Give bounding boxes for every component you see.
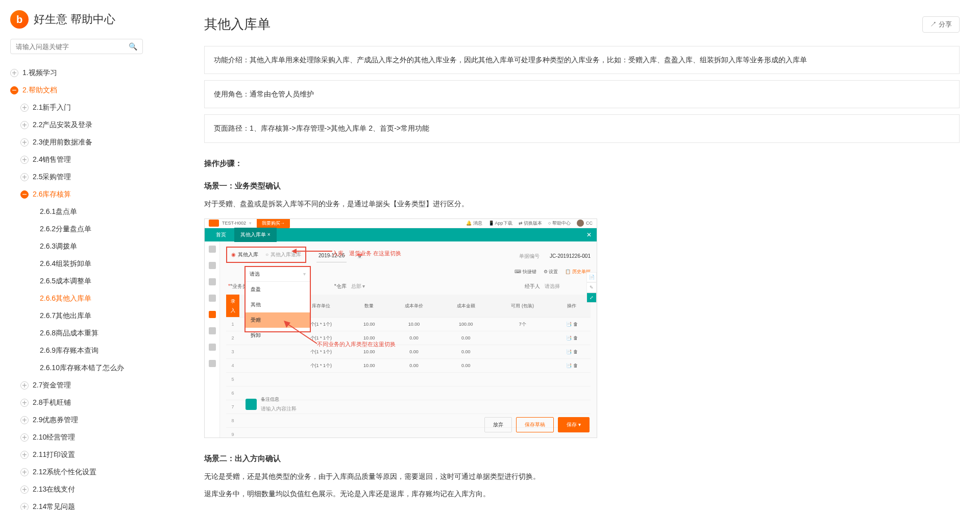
ss-top-msg: 🔔 消息 bbox=[466, 218, 482, 228]
plus-icon bbox=[20, 433, 29, 442]
nav-cost-adjust[interactable]: 2.6.5成本调整单 bbox=[10, 273, 153, 290]
sidebar: b 好生意 帮助中心 🔍 1.视频学习 2.帮助文档 2.1新手入门 2.2产品… bbox=[0, 0, 153, 510]
plus-icon bbox=[20, 451, 29, 459]
nav-install-login[interactable]: 2.2产品安装及登录 bbox=[10, 116, 153, 134]
nav-tree: 1.视频学习 2.帮助文档 2.1新手入门 2.2产品安装及登录 2.3使用前数… bbox=[10, 64, 153, 510]
ss-form: ◉其他入库 ○ 其他入库退库 2019-12-26 📅 单据编号 JC-2019… bbox=[220, 241, 597, 438]
ss-draft: 保存草稿 bbox=[516, 417, 554, 432]
close-icon: ✕ bbox=[586, 229, 592, 241]
nav-video-learning[interactable]: 1.视频学习 bbox=[10, 64, 153, 82]
nav-print[interactable]: 2.11打印设置 bbox=[10, 446, 153, 464]
intro-box: 功能介绍：其他入库单用来处理除采购入库、产成品入库之外的其他入库业务，因此其他入… bbox=[204, 46, 960, 74]
nav-finance[interactable]: 2.7资金管理 bbox=[10, 377, 153, 394]
share-button[interactable]: ↗ 分享 bbox=[922, 16, 960, 33]
scene1-heading: 场景一：业务类型确认 bbox=[204, 178, 960, 193]
plus-icon bbox=[20, 138, 29, 147]
article-body: 操作步骤： 场景一：业务类型确认 对于受赠、盘盈或是拆装入库等不同的业务，是通过… bbox=[204, 156, 960, 510]
nav-mobile-shop[interactable]: 2.8手机旺铺 bbox=[10, 394, 153, 411]
role-text: 通常由仓管人员维护 bbox=[250, 90, 314, 98]
nav-getting-started[interactable]: 2.1新手入门 bbox=[10, 99, 153, 116]
ss-quick: ⌨ 快捷键 bbox=[514, 267, 536, 276]
minus-icon bbox=[10, 86, 18, 94]
search-input[interactable] bbox=[16, 43, 129, 51]
logo-icon: b bbox=[10, 10, 29, 29]
annotation-2: 不同业务的入库类型在这里切换 bbox=[317, 338, 396, 350]
nav-help-docs[interactable]: 2.帮助文档 bbox=[10, 82, 153, 99]
rail-icon bbox=[209, 246, 216, 253]
plus-icon bbox=[20, 121, 29, 129]
nav-payment[interactable]: 2.13在线支付 bbox=[10, 481, 153, 498]
embedded-screenshot: TEST-H002 ▾ 我要购买→ 🔔 消息 📱 App下载 ⇄ 切换版本 ○ … bbox=[204, 218, 597, 438]
ss-setting: ⚙ 设置 bbox=[544, 267, 558, 276]
plus-icon bbox=[20, 503, 29, 510]
path-label: 页面路径： bbox=[214, 124, 250, 132]
note-icon bbox=[246, 399, 257, 410]
ss-username: CC bbox=[586, 218, 593, 228]
nav-stock-ledger[interactable]: 2.6.9库存账本查询 bbox=[10, 342, 153, 359]
nav-data-prep[interactable]: 2.3使用前数据准备 bbox=[10, 134, 153, 151]
plus-icon bbox=[20, 399, 29, 407]
nav-partial-check[interactable]: 2.6.2分量盘点单 bbox=[10, 221, 153, 238]
rail-icon bbox=[209, 344, 216, 351]
nav-faq[interactable]: 2.14常见问题 bbox=[10, 498, 153, 510]
ss-top-app: 📱 App下载 bbox=[488, 218, 512, 228]
intro-label: 功能介绍： bbox=[214, 56, 250, 64]
plus-icon bbox=[10, 69, 18, 77]
search-icon[interactable]: 🔍 bbox=[129, 42, 137, 51]
brand: b 好生意 帮助中心 bbox=[10, 10, 153, 29]
nav-coupons[interactable]: 2.9优惠券管理 bbox=[10, 411, 153, 429]
role-box: 使用角色：通常由仓管人员维护 bbox=[204, 80, 960, 108]
ss-tab-doc: 其他入库单 × bbox=[234, 228, 277, 242]
ss-tabbar: 首页 其他入库单 × ✕ bbox=[205, 228, 597, 241]
page-title: 其他入库单 bbox=[204, 15, 271, 33]
plus-icon bbox=[20, 468, 29, 476]
ss-footer-buttons: 放弃 保存草稿 保存 ▾ bbox=[484, 417, 590, 432]
docno-label: 单据编号 bbox=[519, 251, 540, 261]
tool-icon: 📄 bbox=[586, 272, 597, 282]
rail-icon bbox=[209, 295, 216, 302]
role-label: 使用角色： bbox=[214, 90, 250, 98]
plus-icon bbox=[20, 156, 29, 164]
plus-icon bbox=[20, 104, 29, 112]
nav-ledger-fix[interactable]: 2.6.10库存账本错了怎么办 bbox=[10, 359, 153, 377]
intro-text: 其他入库单用来处理除采购入库、产成品入库之外的其他入库业务，因此其他入库单可处理… bbox=[250, 56, 807, 64]
ss-brand-icon bbox=[209, 220, 219, 227]
avatar-icon bbox=[577, 220, 584, 227]
nav-other-out[interactable]: 2.6.7其他出库单 bbox=[10, 307, 153, 325]
nav-inventory[interactable]: 2.6库存核算 bbox=[10, 186, 153, 203]
nav-other-in[interactable]: 2.6.6其他入库单 bbox=[10, 290, 153, 307]
ss-top-help: ○ 帮助中心 bbox=[548, 218, 571, 228]
nav-cost-recalc[interactable]: 2.6.8商品成本重算 bbox=[10, 325, 153, 342]
search-box[interactable]: 🔍 bbox=[10, 39, 143, 54]
rail-icon-selected bbox=[209, 311, 216, 318]
arrow-icon bbox=[291, 247, 332, 256]
scene3-heading: 场景三：其它业务处理 bbox=[204, 508, 960, 510]
nav-assembly[interactable]: 2.6.4组装拆卸单 bbox=[10, 255, 153, 273]
ss-account: TEST-H002 bbox=[222, 218, 246, 228]
radio-icon: ◉ bbox=[231, 250, 236, 260]
nav-personalize[interactable]: 2.12系统个性化设置 bbox=[10, 464, 153, 481]
nav-inventory-check[interactable]: 2.6.1盘点单 bbox=[10, 203, 153, 221]
docno-value: JC-20191226-001 bbox=[550, 251, 591, 261]
rail-icon bbox=[209, 278, 216, 285]
plus-icon bbox=[20, 416, 29, 424]
rail-icon bbox=[209, 262, 216, 269]
plus-icon bbox=[20, 173, 29, 181]
path-box: 页面路径：1、库存核算->库存管理->其他入库单 2、首页->常用功能 bbox=[204, 114, 960, 142]
nav-transfer[interactable]: 2.6.3调拨单 bbox=[10, 238, 153, 255]
tool-icon: ✎ bbox=[586, 282, 597, 293]
ss-trial-btn: 我要购买→ bbox=[257, 218, 290, 229]
scene2-text1: 无论是受赠，还是其他类型的业务，由于入库商品质量等原因，需要退回，这时可通过单据… bbox=[204, 469, 960, 483]
ss-left-rail bbox=[205, 241, 220, 438]
svg-line-2 bbox=[286, 323, 317, 344]
svg-marker-1 bbox=[291, 249, 297, 254]
scene2-heading: 场景二：出入方向确认 bbox=[204, 451, 960, 466]
svg-marker-3 bbox=[284, 321, 290, 328]
nav-business[interactable]: 2.10经营管理 bbox=[10, 429, 153, 446]
ss-tab-home: 首页 bbox=[210, 228, 232, 242]
plus-icon bbox=[20, 485, 29, 494]
nav-purchase[interactable]: 2.5采购管理 bbox=[10, 168, 153, 186]
nav-sales[interactable]: 2.4销售管理 bbox=[10, 151, 153, 168]
steps-heading: 操作步骤： bbox=[204, 156, 960, 171]
tool-icon: ⤢ bbox=[586, 293, 597, 303]
